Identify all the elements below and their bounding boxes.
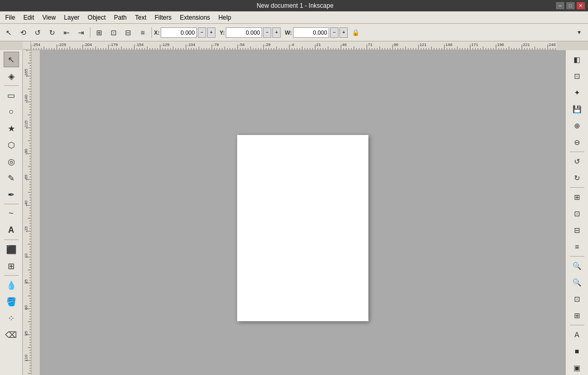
toolbar-distribute[interactable]: ≡ [136, 26, 149, 39]
menu-text[interactable]: Text [131, 13, 150, 22]
gradient-tool-btn[interactable]: ⬛ [4, 242, 19, 257]
x-plus[interactable]: + [207, 27, 215, 38]
menu-layer[interactable]: Layer [60, 13, 84, 22]
spiral-tool-btn[interactable]: ◎ [4, 154, 19, 169]
zoom-fit-btn[interactable]: ⊡ [569, 291, 585, 307]
undo-btn[interactable]: ↺ [569, 154, 585, 169]
close-button[interactable]: ✕ [577, 2, 585, 9]
menu-file[interactable]: File [1, 13, 19, 22]
xml-editor-btn[interactable]: ◧ [569, 52, 585, 67]
spray-tool-btn[interactable]: ⁘ [4, 310, 19, 326]
pencil-tool-btn[interactable]: ✎ [4, 170, 19, 186]
paint-bucket-tool-btn[interactable]: 🪣 [4, 294, 19, 309]
calligraphy-tool-btn[interactable]: ~ [4, 206, 19, 221]
canvas-inner[interactable] [40, 50, 565, 375]
toolbar-sep2 [151, 27, 152, 38]
y-label: Y: [220, 29, 225, 36]
toolbar-sep1 [90, 27, 90, 38]
tool-sep-10 [4, 239, 19, 240]
y-plus[interactable]: + [272, 27, 281, 38]
menubar: FileEditViewLayerObjectPathTextFiltersEx… [0, 11, 588, 24]
y-minus[interactable]: − [263, 27, 271, 38]
snap-nodes-btn[interactable]: ⊡ [569, 206, 585, 221]
tool-sep-1 [4, 85, 19, 86]
eraser-tool-btn[interactable]: ⌫ [4, 327, 19, 342]
menu-path[interactable]: Path [110, 13, 131, 22]
x-label: X: [154, 29, 160, 36]
toolbar-redo-history[interactable]: ↻ [45, 26, 59, 39]
x-minus[interactable]: − [198, 27, 206, 38]
menu-object[interactable]: Object [84, 13, 110, 22]
canvas-area[interactable] [40, 50, 565, 375]
rp-sep-7 [570, 187, 584, 188]
minimize-button[interactable]: ─ [556, 2, 564, 9]
toolbar: ↖ ⟲ ↺ ↻ ⇤ ⇥ ⊞ ⊡ ⊟ ≡ X: − + Y: − + W: − +… [0, 24, 588, 41]
toolbar-btn6[interactable]: ⇥ [74, 26, 88, 39]
toolbar-align-center[interactable]: ⊡ [107, 26, 120, 39]
import-btn[interactable]: ⊕ [569, 118, 585, 133]
redo-btn[interactable]: ↻ [569, 170, 585, 186]
3d-box-tool-btn[interactable]: ⬡ [4, 137, 19, 153]
export-btn[interactable]: ⊖ [569, 134, 585, 150]
rp-sep-5 [570, 152, 584, 152]
rp-sep-11 [570, 256, 584, 257]
connector-tool-btn[interactable]: ⊞ [4, 258, 19, 274]
left-toolbox: ↖◈▭○★⬡◎✎✒~A⬛⊞💧🪣⁘⌫ [0, 50, 23, 375]
snap-bbox-btn[interactable]: ⊟ [569, 222, 585, 238]
menu-edit[interactable]: Edit [19, 13, 38, 22]
w-input[interactable] [293, 27, 329, 38]
menu-extensions[interactable]: Extensions [176, 13, 214, 22]
text-font-btn[interactable]: A [569, 327, 585, 342]
zoom-in-btn[interactable]: 🔍 [569, 258, 585, 274]
toolbar-btn5[interactable]: ⇤ [60, 26, 73, 39]
maximize-button[interactable]: □ [566, 2, 575, 9]
tool-sep-8 [4, 204, 19, 204]
ruler-corner [23, 41, 31, 50]
rp-sep-15 [570, 325, 584, 325]
toolbar-align-left[interactable]: ⊞ [92, 26, 106, 39]
text-tool-btn[interactable]: A [4, 222, 19, 238]
zoom-out-btn[interactable]: 🔍 [569, 275, 585, 290]
dropper-tool-btn[interactable]: 💧 [4, 277, 19, 293]
window-title: New document 1 - Inkscape [34, 2, 556, 9]
toolbar-transform[interactable]: ⟲ [17, 26, 30, 39]
w-minus[interactable]: − [330, 27, 338, 38]
node-tool-btn[interactable]: ◈ [4, 68, 19, 84]
zoom-sel-btn[interactable]: ⊞ [569, 308, 585, 323]
menu-filters[interactable]: Filters [150, 13, 176, 22]
y-input[interactable] [226, 27, 262, 38]
save-named-view-btn[interactable]: 💾 [569, 101, 585, 117]
menu-help[interactable]: Help [214, 13, 236, 22]
right-panel: ◧⊡✦💾⊕⊖↺↻⊞⊡⊟≡🔍🔍⊡⊞A■▣⊞∥⊕⊗ [565, 50, 588, 375]
toolbar-select[interactable]: ↖ [2, 26, 16, 39]
vertical-ruler [23, 50, 32, 375]
horizontal-ruler [31, 41, 556, 50]
ellipse-tool-btn[interactable]: ○ [4, 104, 19, 119]
toolbar-undo-history[interactable]: ↺ [31, 26, 44, 39]
selector-tool-btn[interactable]: ↖ [4, 52, 19, 67]
symbols-btn[interactable]: ✦ [569, 85, 585, 100]
menu-view[interactable]: View [38, 13, 60, 22]
copy-style-btn[interactable]: ■ [569, 343, 585, 359]
lock-btn[interactable]: 🔒 [349, 26, 362, 39]
document-page [237, 135, 368, 321]
x-input[interactable] [161, 27, 197, 38]
rect-tool-btn[interactable]: ▭ [4, 87, 19, 103]
w-plus[interactable]: + [339, 27, 348, 38]
snap-grid-btn[interactable]: ≡ [569, 239, 585, 254]
toolbar-align-right[interactable]: ⊟ [121, 26, 135, 39]
paste-style-btn[interactable]: ▣ [569, 360, 585, 375]
overflow-btn[interactable]: ▼ [572, 26, 586, 39]
titlebar: New document 1 - Inkscape ─ □ ✕ [0, 0, 588, 11]
w-label: W: [285, 29, 292, 36]
pen-tool-btn[interactable]: ✒ [4, 187, 19, 202]
tool-sep-12 [4, 275, 19, 276]
objects-btn[interactable]: ⊡ [569, 68, 585, 84]
star-tool-btn[interactable]: ★ [4, 121, 19, 136]
snap-enable-btn[interactable]: ⊞ [569, 189, 585, 205]
